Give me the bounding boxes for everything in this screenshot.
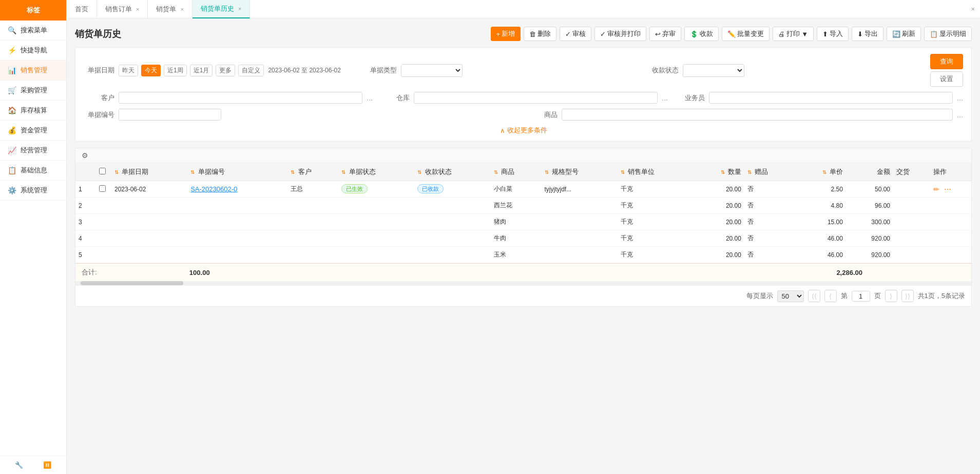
sidebar-item-search-menu[interactable]: 🔍 搜索菜单 <box>0 21 66 41</box>
doc-no-link[interactable]: SA-20230602-0 <box>190 185 237 193</box>
tab-sales-history[interactable]: 销货单历史 × <box>193 0 250 18</box>
warehouse-input[interactable] <box>414 92 658 104</box>
yesterday-btn[interactable]: 昨天 <box>119 65 138 76</box>
tab-sales-history-label: 销货单历史 <box>201 4 234 13</box>
col-goods[interactable]: ⇅ 商品 <box>491 163 542 181</box>
staff-dots[interactable]: ... <box>957 94 963 102</box>
show-detail-button[interactable]: 📋 显示明细 <box>924 27 972 41</box>
prev-page-btn[interactable]: ⟨ <box>824 290 837 302</box>
col-trade-label: 交货 <box>896 168 910 175</box>
warehouse-dots[interactable]: ... <box>662 94 668 102</box>
col-gift[interactable]: ⇅ 赠品 <box>744 163 795 181</box>
refresh-button[interactable]: 🔄 刷新 <box>887 27 921 41</box>
review-print-button[interactable]: ✓ 审核并打印 <box>594 27 646 41</box>
col-spec[interactable]: ⇅ 规格型号 <box>542 163 618 181</box>
col-price-label: 单价 <box>830 168 843 175</box>
tab-bar-close[interactable]: × <box>966 5 980 13</box>
doc-type-select[interactable] <box>401 64 463 77</box>
abandon-button[interactable]: ↩ 弃审 <box>649 27 681 41</box>
next-page-btn[interactable]: ⟩ <box>885 290 897 302</box>
ops-icon: 📈 <box>8 146 16 154</box>
review-button[interactable]: ✓ 审核 <box>560 27 591 41</box>
scrollbar[interactable] <box>75 281 971 285</box>
week-btn[interactable]: 近1周 <box>164 65 187 76</box>
tab-sales-order[interactable]: 销售订单 × <box>97 0 148 18</box>
col-qty[interactable]: ⇅ 数量 <box>694 163 744 181</box>
tab-sales-order-close[interactable]: × <box>136 6 139 12</box>
col-doc-no[interactable]: ⇅ 单据编号 <box>187 163 287 181</box>
cell-doc-no: SA-20230602-0 <box>187 181 287 198</box>
tab-home-label: 首页 <box>75 5 88 14</box>
sidebar-item-system[interactable]: ⚙️ 系统管理 <box>0 181 66 201</box>
sidebar-item-basics[interactable]: 📋 基础信息 <box>0 161 66 181</box>
goods-input[interactable] <box>562 109 953 121</box>
cell-qty: 20.00 <box>694 247 744 263</box>
staff-input[interactable] <box>709 92 953 104</box>
doc-no-input[interactable] <box>119 109 221 121</box>
col-date[interactable]: ⇅ 单据日期 <box>111 163 187 181</box>
cell-customer <box>287 247 338 263</box>
collapse-button[interactable]: ∧ 收起更多条件 <box>84 126 963 135</box>
query-button[interactable]: 查询 <box>930 54 963 69</box>
select-all-checkbox[interactable] <box>99 168 106 174</box>
custom-btn[interactable]: 自定义 <box>238 65 264 76</box>
more-btn[interactable]: 更多 <box>216 65 235 76</box>
month-btn[interactable]: 近1月 <box>190 65 213 76</box>
table-settings-icon[interactable]: ⚙ <box>82 151 88 160</box>
tab-sales-history-close[interactable]: × <box>238 6 241 12</box>
cell-qty: 20.00 <box>694 230 744 247</box>
goods-dots[interactable]: ... <box>957 111 963 119</box>
batch-change-button[interactable]: ✏️ 批量变更 <box>722 27 770 41</box>
scrollbar-thumb[interactable] <box>81 281 183 285</box>
col-doc-status[interactable]: ⇅ 单据状态 <box>338 163 414 181</box>
export-button[interactable]: ⬇ 导出 <box>852 27 883 41</box>
tab-home[interactable]: 首页 <box>67 0 97 18</box>
sidebar-item-sales-mgmt[interactable]: 📊 销售管理 <box>0 61 66 81</box>
sidebar-item-inventory[interactable]: 🏠 库存核算 <box>0 101 66 121</box>
page-size-select[interactable]: 50 20 100 <box>777 290 804 302</box>
collect-label: 收款 <box>700 29 713 38</box>
col-customer[interactable]: ⇅ 客户 <box>287 163 338 181</box>
total-qty: 100.00 <box>107 269 210 276</box>
collect-button[interactable]: 💲 收款 <box>684 27 719 41</box>
pay-status-select[interactable] <box>683 64 744 77</box>
col-unit[interactable]: ⇅ 销售单位 <box>618 163 694 181</box>
sidebar-item-purchase-mgmt[interactable]: 🛒 采购管理 <box>0 81 66 101</box>
delete-button[interactable]: 🗑 删除 <box>524 27 556 41</box>
sidebar-item-quick-nav[interactable]: ⚡ 快捷导航 <box>0 41 66 61</box>
row-checkbox[interactable] <box>99 185 106 192</box>
sidebar-item-operations[interactable]: 📈 经营管理 <box>0 141 66 161</box>
page-title: 销货单历史 <box>75 28 121 40</box>
sidebar: 标签 🔍 搜索菜单 ⚡ 快捷导航 📊 销售管理 🛒 采购管理 🏠 库存核算 💰 … <box>0 0 67 474</box>
edit-action[interactable]: ✏ <box>933 185 939 193</box>
sidebar-settings-icon[interactable]: 🔧 <box>15 461 23 469</box>
review-print-label: 审核并打印 <box>607 29 641 38</box>
setting-button[interactable]: 设置 <box>930 71 963 87</box>
more-action[interactable]: ⋯ <box>944 185 951 193</box>
today-btn[interactable]: 今天 <box>141 65 161 76</box>
tab-sales-delivery[interactable]: 销货单 × <box>148 0 192 18</box>
page-input[interactable] <box>852 291 870 302</box>
col-price[interactable]: ⇅ 单价 <box>795 163 846 181</box>
filter-row-3: 单据编号 商品 ... <box>84 109 963 121</box>
sidebar-item-finance[interactable]: 💰 资金管理 <box>0 121 66 141</box>
cell-date <box>111 198 187 214</box>
print-button[interactable]: 🖨 打印 ▼ <box>773 27 814 41</box>
cell-amount: 300.00 <box>846 214 893 230</box>
col-action: 操作 <box>930 163 971 181</box>
customer-dots[interactable]: ... <box>367 94 373 102</box>
first-page-btn[interactable]: ⟨⟨ <box>808 290 820 302</box>
cell-date: 2023-06-02 <box>111 181 187 198</box>
cell-qty: 20.00 <box>694 198 744 214</box>
sort-customer-icon: ⇅ <box>291 169 295 175</box>
customer-input[interactable] <box>119 92 362 104</box>
import-button[interactable]: ⬆ 导入 <box>817 27 849 41</box>
col-pay-status[interactable]: ⇅ 收款状态 <box>414 163 490 181</box>
detail-icon: 📋 <box>930 30 938 38</box>
new-button[interactable]: + 新增 <box>491 27 521 41</box>
last-page-btn[interactable]: ⟩⟩ <box>901 290 914 302</box>
sidebar-collapse-icon[interactable]: ⏸️ <box>43 461 51 469</box>
col-customer-label: 客户 <box>298 168 312 175</box>
new-label: 新增 <box>502 29 515 38</box>
tab-sales-delivery-close[interactable]: × <box>180 6 183 12</box>
